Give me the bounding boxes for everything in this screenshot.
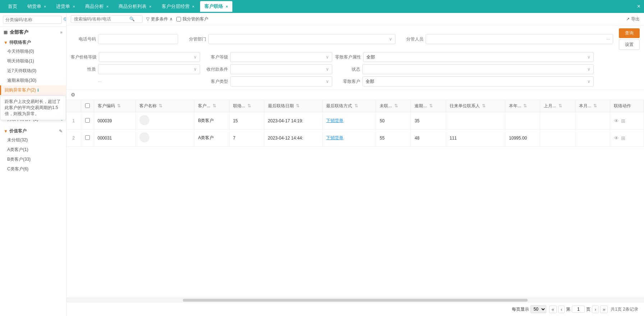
customer-level-dropdown-icon: ∨	[326, 55, 329, 60]
my-customers-checkbox[interactable]	[176, 17, 181, 22]
person-more-icon[interactable]: ···	[606, 37, 610, 42]
nav-customer-layered[interactable]: 客户分层经营 ×	[157, 1, 199, 12]
action-eye-icon-1[interactable]: 👁	[614, 118, 619, 124]
sidebar-item-today[interactable]: 今天待联络(0)	[0, 47, 66, 56]
page-navigation: « ‹ 第 页 › »	[549, 306, 608, 313]
search-icon[interactable]: 🔍	[129, 16, 135, 22]
row-action-2: 👁 ⊞	[610, 129, 644, 147]
select-all-checkbox[interactable]	[85, 103, 90, 108]
row-checkbox-1[interactable]	[81, 112, 94, 129]
edit-icon-value[interactable]: ✎	[59, 129, 62, 134]
more-conditions-button[interactable]: ▽ 更多条件 ∧	[146, 16, 173, 22]
sidebar-item-tomorrow[interactable]: 明天待联络(1)	[0, 56, 66, 66]
col-overdue[interactable]: 逾期... ⇅	[411, 100, 446, 112]
col-contact-count[interactable]: 联络... ⇅	[229, 100, 264, 112]
per-page-select[interactable]: 50	[531, 305, 546, 313]
prev-page-button[interactable]: ‹	[558, 306, 565, 313]
row-select-2[interactable]	[85, 135, 90, 140]
person-select[interactable]: ···	[426, 34, 613, 44]
sidebar-collapse-icon[interactable]: »	[60, 30, 62, 35]
page-input[interactable]	[572, 306, 585, 313]
nav-sales-order[interactable]: 销货单 ×	[23, 1, 50, 12]
scrollbar-thumb[interactable]	[183, 299, 528, 302]
status-select[interactable]: ∨	[362, 64, 594, 74]
col-last-method[interactable]: 最后联络方式 ⇅	[323, 100, 376, 112]
nav-home[interactable]: 首页	[4, 1, 22, 12]
first-page-button[interactable]: «	[549, 306, 557, 313]
action-more-icon-2[interactable]: ⊞	[621, 135, 625, 141]
phone-input[interactable]	[98, 34, 178, 44]
filter-customer-type: 客户类型 ∨	[203, 76, 332, 86]
query-button[interactable]: 查询	[619, 28, 640, 38]
export-button[interactable]: ↗ 导出	[626, 16, 640, 22]
sort-icon-method: ⇅	[355, 103, 358, 108]
nav-close-product-list[interactable]: ×	[149, 4, 151, 9]
avatar-1	[139, 115, 149, 125]
sidebar-search-button[interactable]: 🔍	[63, 17, 66, 23]
sidebar-item-class-a[interactable]: A类客户(1)	[0, 145, 66, 155]
nav-close-purchase[interactable]: ×	[73, 4, 75, 9]
gender-select[interactable]: ∨	[98, 64, 200, 74]
last-page-button[interactable]: »	[600, 306, 608, 313]
sidebar-item-repurchase-abnormal[interactable]: 回购异常客户(2) ℹ	[0, 85, 66, 95]
sidebar-all-customers[interactable]: ⊞ 全部客户 »	[0, 27, 66, 38]
sidebar-item-ungrouped[interactable]: 未分组(32)	[0, 135, 66, 145]
payment-dropdown-icon: ∨	[326, 67, 329, 72]
info-icon-repurchase[interactable]: ℹ	[37, 88, 39, 93]
price-level-select[interactable]: ∨	[99, 52, 200, 62]
col-customer-type[interactable]: 客户... ⇅	[194, 100, 229, 112]
nav-close-customer-contact[interactable]: ×	[226, 4, 228, 9]
retail-customer-select[interactable]: 全部 ∨	[362, 76, 594, 86]
row-last-method-1[interactable]: 下销货单	[323, 112, 376, 129]
payment-select[interactable]: ∨	[230, 64, 332, 74]
window-close-icon[interactable]: ×	[637, 3, 640, 10]
col-last-date[interactable]: 最后联络日期 ⇅	[264, 100, 322, 112]
col-this-year[interactable]: 本年... ⇅	[505, 100, 540, 112]
sidebar-item-overdue[interactable]: 逾期未联络(30)	[0, 76, 66, 85]
nav-product-analysis[interactable]: 商品分析 ×	[81, 1, 113, 12]
method-link-2[interactable]: 下销货单	[326, 135, 343, 140]
filter-row-4: ··· 客户类型 ∨ 零散客户 全部 ∨	[71, 76, 640, 86]
col-last-month[interactable]: 上月... ⇅	[540, 100, 575, 112]
col-this-month[interactable]: 本月... ⇅	[575, 100, 610, 112]
nav-customer-contact[interactable]: 客户联络 ×	[200, 1, 232, 12]
settings-button[interactable]: 设置	[619, 39, 640, 50]
sidebar-item-class-c[interactable]: C类客户(6)	[0, 164, 66, 174]
search-input[interactable]	[74, 16, 128, 22]
table-settings-icon[interactable]: ⚙	[71, 92, 75, 98]
action-eye-icon-2[interactable]: 👁	[614, 135, 619, 141]
col-code[interactable]: 客户编码 ⇅	[94, 100, 135, 112]
sidebar-search-input[interactable]	[3, 16, 62, 24]
nav-purchase-order[interactable]: 进货单 ×	[52, 1, 79, 12]
col-not-contacted[interactable]: 未联... ⇅	[376, 100, 411, 112]
sidebar-item-class-b[interactable]: B类客户(33)	[0, 155, 66, 164]
row-last-method-2[interactable]: 下销货单	[323, 129, 376, 147]
nav-close-product-analysis[interactable]: ×	[106, 4, 108, 9]
filter-row-2: 客户价格等级 ∨ 客户等级 ∨ 零散客户属性 全部	[71, 52, 640, 62]
row-select-1[interactable]	[85, 118, 90, 123]
sidebar-item-7days[interactable]: 近7天待联络(0)	[0, 66, 66, 76]
customer-level-select[interactable]: ∨	[230, 52, 332, 62]
horizontal-scrollbar[interactable]	[66, 298, 644, 302]
col-contacts[interactable]: 往来单位联系人 ⇅	[446, 100, 505, 112]
table-header-row: 客户编码 ⇅ 客户名称 ⇅ 客户... ⇅ 联络... ⇅ 最后联络日期 ⇅	[66, 100, 644, 112]
sort-icon-code: ⇅	[117, 103, 121, 108]
next-page-button[interactable]: ›	[592, 306, 598, 313]
sidebar-group-pending[interactable]: ▼ 待联络客户	[0, 38, 66, 47]
filter-dept: 分管部门 ∨	[181, 34, 396, 44]
nav-close-customer-layered[interactable]: ×	[192, 4, 194, 9]
retail-customer-dropdown-icon: ∨	[587, 79, 590, 84]
row-checkbox-2[interactable]	[81, 129, 94, 147]
dept-select[interactable]: ∨	[208, 34, 396, 44]
nav-close-sales[interactable]: ×	[44, 4, 46, 9]
action-more-icon-1[interactable]: ⊞	[621, 118, 625, 124]
more-filters-icon[interactable]: ···	[98, 79, 102, 84]
retail-attr-select[interactable]: 全部 ∨	[363, 52, 594, 62]
row-last-date-1: 2023-04-17 14:19:	[264, 112, 322, 129]
tooltip-repurchase: 距客户上次交易时长，超过了此客户的平均交易周期的1.5倍，则视为异常。	[0, 95, 66, 120]
nav-product-analysis-list[interactable]: 商品分析列表 ×	[114, 1, 156, 12]
method-link-1[interactable]: 下销货单	[326, 118, 343, 123]
customer-type-select[interactable]: ∨	[230, 76, 332, 86]
customer-type-dropdown-icon: ∨	[326, 79, 329, 84]
col-name[interactable]: 客户名称 ⇅	[135, 100, 194, 112]
